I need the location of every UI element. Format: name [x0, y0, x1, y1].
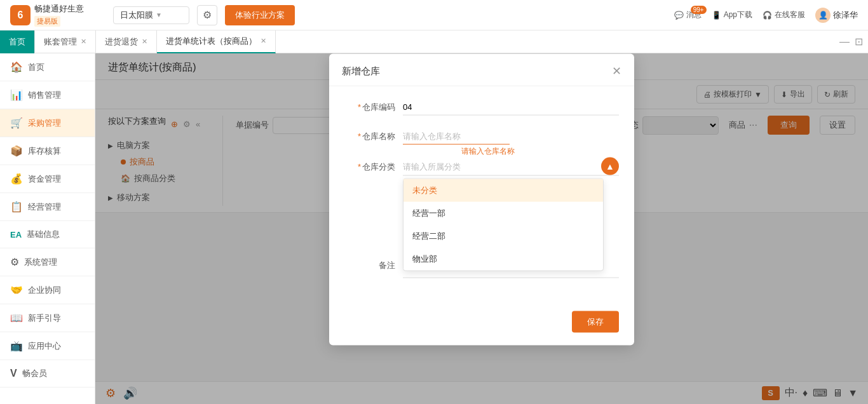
- form-row-category: 仓库分类 ▲ 未分类 经营一部 经营二部 物业部: [344, 158, 619, 176]
- tab-close-purchase-stats[interactable]: ✕: [261, 37, 266, 45]
- name-error-text: 请输入仓库名称: [461, 146, 515, 157]
- logo-text: 畅捷通好生意 捷易版: [34, 3, 84, 27]
- dropdown-item-dept1[interactable]: 经营一部: [403, 202, 603, 225]
- name-input[interactable]: [403, 128, 510, 145]
- add-warehouse-dialog: 新增仓库 ✕ 仓库编码 仓库名称 请输入仓库名称: [329, 54, 634, 346]
- operations-icon: 📋: [10, 201, 23, 213]
- top-header: 6 畅捷通好生意 捷易版 日太阳膜 ▼ ⚙ 体验行业方案 💬 消息 99+ 📱 …: [0, 0, 868, 30]
- tab-close-purchase-return[interactable]: ✕: [142, 37, 147, 46]
- finance-icon: 💰: [10, 173, 23, 185]
- form-row-name: 仓库名称 请输入仓库名称: [344, 128, 619, 145]
- home-icon: 🏠: [10, 61, 23, 73]
- content-area: 进货单统计(按商品) 🖨 按模板打印 ▼ ⬇ 导出 ↻ 刷新 按以下方案: [95, 53, 868, 404]
- purchase-icon: 🛒: [10, 117, 23, 129]
- tab-purchase-stats[interactable]: 进货单统计表（按商品） ✕: [157, 30, 276, 53]
- service-button[interactable]: 🎧 在线客服: [763, 10, 805, 20]
- main-layout: 🏠 首页 📊 销售管理 🛒 采购管理 📦 库存核算 💰 资金管理 📋 经营管理 …: [0, 53, 868, 404]
- sidebar-item-basic-info[interactable]: EA 基础信息: [0, 221, 95, 248]
- code-input[interactable]: [403, 99, 619, 116]
- sidebar: 🏠 首页 📊 销售管理 🛒 采购管理 📦 库存核算 💰 资金管理 📋 经营管理 …: [0, 53, 95, 404]
- gear-icon: ⚙: [203, 9, 212, 21]
- inventory-icon: 📦: [10, 145, 23, 157]
- logo-area: 6 畅捷通好生意 捷易版: [10, 3, 105, 27]
- form-row-code: 仓库编码: [344, 99, 619, 116]
- dialog-header: 新增仓库 ✕: [329, 54, 634, 86]
- message-badge: 99+: [691, 6, 707, 14]
- sidebar-item-membership[interactable]: V 畅会员: [0, 360, 95, 387]
- category-input[interactable]: [403, 158, 601, 174]
- sidebar-item-newbie[interactable]: 📖 新手引导: [0, 304, 95, 332]
- tab-expand-icon[interactable]: ⊡: [855, 36, 863, 48]
- newbie-icon: 📖: [10, 312, 23, 324]
- sidebar-item-finance[interactable]: 💰 资金管理: [0, 165, 95, 193]
- dialog-footer: 保存: [329, 304, 634, 346]
- tab-home[interactable]: 首页: [0, 30, 35, 53]
- dialog-body: 仓库编码 仓库名称 请输入仓库名称 仓库分类 ▲: [329, 86, 634, 304]
- dropdown-item-dept3[interactable]: 物业部: [403, 248, 603, 271]
- tab-close-accounts[interactable]: ✕: [81, 37, 86, 46]
- membership-icon: V: [10, 368, 17, 379]
- sidebar-item-enterprise[interactable]: 🤝 企业协同: [0, 276, 95, 304]
- tab-purchase-return[interactable]: 进货退货 ✕: [96, 30, 157, 53]
- dropdown-item-unclassified[interactable]: 未分类: [403, 179, 603, 202]
- app-download-button[interactable]: 📱 App下载: [712, 10, 752, 20]
- chevron-down-icon: ▼: [156, 11, 162, 18]
- category-label: 仓库分类: [344, 161, 395, 172]
- trial-button[interactable]: 体验行业方案: [225, 5, 295, 25]
- app-icon: 📱: [712, 11, 721, 20]
- sidebar-item-app-center[interactable]: 📺 应用中心: [0, 332, 95, 360]
- dropdown-item-dept2[interactable]: 经营二部: [403, 225, 603, 248]
- sales-icon: 📊: [10, 89, 23, 101]
- category-dropdown: 未分类 经营一部 经营二部 物业部: [403, 178, 604, 271]
- user-menu[interactable]: 👤 徐泽华: [815, 8, 858, 23]
- dialog-close-button[interactable]: ✕: [612, 64, 621, 78]
- gear-button[interactable]: ⚙: [197, 5, 217, 25]
- app-center-icon: 📺: [10, 340, 23, 352]
- enterprise-icon: 🤝: [10, 284, 23, 296]
- logo-icon: 6: [10, 5, 31, 25]
- save-button[interactable]: 保存: [572, 311, 619, 333]
- header-right: 💬 消息 99+ 📱 App下载 🎧 在线客服 👤 徐泽华: [674, 8, 858, 23]
- tab-bar: 首页 账套管理 ✕ 进货退货 ✕ 进货单统计表（按商品） ✕ — ⊡: [0, 30, 868, 53]
- name-label: 仓库名称: [344, 131, 395, 142]
- basic-info-icon: EA: [10, 230, 22, 239]
- tab-minimize-icon[interactable]: —: [839, 36, 850, 48]
- note-label: 备注: [344, 259, 395, 271]
- category-toggle-button[interactable]: ▲: [601, 158, 619, 175]
- dialog-title: 新增仓库: [342, 65, 380, 77]
- sidebar-item-home[interactable]: 🏠 首页: [0, 53, 95, 81]
- headphone-icon: 🎧: [763, 11, 772, 20]
- home-tab-label: 首页: [9, 36, 25, 48]
- message-icon: 💬: [674, 11, 684, 20]
- name-input-wrap: 请输入仓库名称: [403, 128, 619, 145]
- store-selector[interactable]: 日太阳膜 ▼: [113, 6, 189, 24]
- sidebar-item-inventory[interactable]: 📦 库存核算: [0, 137, 95, 165]
- sidebar-item-system[interactable]: ⚙ 系统管理: [0, 248, 95, 276]
- tab-bar-actions: — ⊡: [839, 36, 868, 48]
- code-label: 仓库编码: [344, 102, 395, 113]
- message-button[interactable]: 💬 消息 99+: [674, 10, 702, 20]
- sidebar-item-operations[interactable]: 📋 经营管理: [0, 193, 95, 221]
- sidebar-item-sales[interactable]: 📊 销售管理: [0, 81, 95, 109]
- category-input-row: ▲: [403, 158, 619, 176]
- sidebar-item-purchase[interactable]: 🛒 采购管理: [0, 109, 95, 137]
- system-icon: ⚙: [10, 256, 19, 268]
- user-avatar: 👤: [815, 8, 831, 23]
- tab-accounts[interactable]: 账套管理 ✕: [35, 30, 96, 53]
